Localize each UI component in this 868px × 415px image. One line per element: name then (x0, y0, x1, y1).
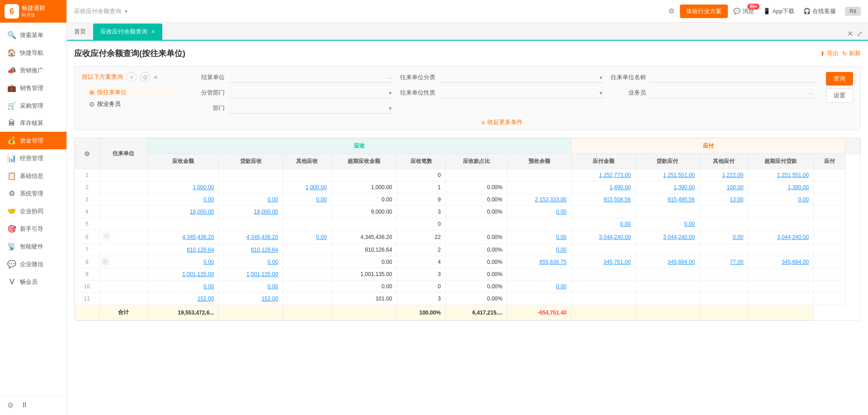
sidebar-item-sales[interactable]: 💼 销售管理 (0, 79, 66, 97)
table-cell[interactable]: 1,000.00 (147, 181, 218, 194)
table-cell[interactable]: 2,153,333.00 (507, 194, 571, 206)
table-cell[interactable]: 1,490.00 (571, 181, 636, 194)
table-cell[interactable]: 1,252,773.00 (571, 169, 636, 181)
refresh-button[interactable]: ↻ 刷新 (842, 49, 861, 57)
window-close-icon[interactable]: ✕ (847, 29, 853, 38)
table-cell[interactable]: 100.00 (699, 181, 748, 194)
sidebar-item-enterprise[interactable]: 🤝 企业协同 (0, 202, 66, 220)
footer-ar-amount[interactable]: 19,553,472,6... (147, 305, 218, 320)
table-cell[interactable]: 0.00 (507, 206, 571, 218)
table-cell[interactable]: 3,044,240.00 (636, 230, 700, 244)
table-cell[interactable]: 0.00 (147, 194, 218, 206)
table-cell[interactable]: 4,345,436.20 (219, 230, 283, 244)
scheme-add-btn[interactable]: + (127, 72, 137, 82)
sidebar-item-capital[interactable]: 💰 资金管理 (0, 132, 66, 149)
topbar-gear-icon[interactable]: ⚙ (668, 7, 675, 15)
app-download-btn[interactable]: 📱 App下载 (763, 7, 794, 15)
table-cell[interactable]: 810,126.64 (219, 244, 283, 256)
scheme-option-by-staff[interactable]: ⊙ 按业务员 (85, 99, 181, 109)
table-cell[interactable]: 915,495.56 (636, 194, 700, 206)
sidebar-item-marketing[interactable]: 📣 营销推广 (0, 62, 66, 79)
sidebar-collapse-btn[interactable]: ⏸ (21, 401, 28, 410)
notification-btn[interactable]: 💬 消息 99+ (733, 7, 754, 15)
sidebar-item-inventory[interactable]: 🏛 库存核算 (0, 114, 66, 132)
tab-close-icon[interactable]: ✕ (151, 29, 155, 35)
partner-category-select[interactable] (439, 72, 604, 83)
topbar-dropdown-icon[interactable]: ▾ (125, 8, 127, 14)
table-cell[interactable]: 3,044,240.00 (748, 230, 814, 244)
sidebar-settings-btn[interactable]: ⚙ (7, 401, 14, 410)
partner-name-input[interactable] (650, 72, 815, 83)
table-cell[interactable]: 13.00 (699, 194, 748, 206)
table-cell[interactable]: 0.00 (219, 281, 283, 293)
table-cell[interactable]: 0.00 (699, 230, 748, 244)
table-cell[interactable]: 1,001,135.00 (219, 268, 283, 281)
window-expand-icon[interactable]: ⤢ (857, 29, 863, 38)
table-cell[interactable]: 152.00 (219, 293, 283, 305)
table-cell[interactable]: 1,000.00 (283, 181, 331, 194)
table-cell[interactable]: 345,761.00 (571, 256, 636, 268)
promo-button[interactable]: 体验行业方案 (680, 5, 728, 18)
salesperson-dots[interactable]: ··· (808, 90, 813, 96)
table-cell[interactable]: 0.00 (571, 218, 636, 230)
user-menu[interactable]: Rit (845, 7, 861, 16)
sidebar-item-guide[interactable]: 🎯 新手引导 (0, 220, 66, 238)
table-cell[interactable]: 1,222.00 (699, 169, 748, 181)
table-cell[interactable]: 152.00 (147, 293, 218, 305)
table-cell[interactable]: 345,684.00 (748, 256, 814, 268)
collapse-filter-btn[interactable]: ∧ 收起更多条件 (481, 118, 523, 126)
online-service-btn[interactable]: 🎧 在线客服 (803, 7, 836, 15)
tab-home[interactable]: 首页 (67, 24, 93, 40)
table-cell[interactable]: 0.00 (219, 194, 283, 206)
table-cell[interactable]: 810,126.64 (147, 244, 218, 256)
table-cell[interactable]: 0.00 (507, 230, 571, 244)
sidebar-item-smart-hw[interactable]: 📡 智能硬件 (0, 238, 66, 255)
sidebar-item-member[interactable]: Ⅴ 畅会员 (0, 273, 66, 291)
table-cell[interactable]: 0.00 (507, 244, 571, 256)
table-cell[interactable]: 1,390.00 (636, 181, 700, 194)
table-cell[interactable]: 655,636.75 (507, 256, 571, 268)
sidebar-item-search-menu[interactable]: 🔍 搜索菜单 (0, 26, 66, 44)
table-cell[interactable]: 0.00 (219, 256, 283, 268)
scheme-collapse-btn[interactable]: « (154, 73, 158, 81)
sidebar-item-purchase[interactable]: 🛒 采购管理 (0, 97, 66, 114)
export-button[interactable]: ⬆ 导出 (820, 49, 839, 57)
table-cell[interactable]: 345,684.00 (636, 256, 700, 268)
table-cell[interactable]: 3,044,240.00 (571, 230, 636, 244)
table-cell[interactable]: 0.00 (147, 281, 218, 293)
table-settings-icon[interactable]: ⚙ (84, 150, 90, 157)
partner-nature-select[interactable] (439, 87, 604, 98)
query-button[interactable]: 查询 (826, 72, 853, 86)
sidebar-item-operations[interactable]: 📊 经营管理 (0, 149, 66, 167)
table-cell[interactable]: 1,251,551.00 (748, 169, 814, 181)
table-cell[interactable]: 0.00 (748, 194, 814, 206)
sidebar-item-wechat[interactable]: 💬 企业微信 (0, 255, 66, 273)
dept-select[interactable] (228, 103, 394, 114)
footer-ar-prepay[interactable]: 6,417,215.... (445, 305, 507, 320)
table-cell[interactable]: 18,000.00 (219, 206, 283, 218)
table-cell[interactable]: 0.00 (147, 256, 218, 268)
table-cell[interactable]: 0.00 (283, 230, 331, 244)
table-cell[interactable]: 1,001,135.00 (147, 268, 218, 281)
scheme-settings-btn[interactable]: ⊙ (140, 72, 150, 82)
col-settings-header[interactable]: ⚙ (75, 138, 99, 169)
dept-managed-select[interactable] (228, 87, 394, 98)
table-cell[interactable]: 18,000.00 (147, 206, 218, 218)
table-cell[interactable]: 0.00 (283, 194, 331, 206)
table-cell[interactable]: 0.00 (636, 218, 700, 230)
table-cell[interactable]: 4,345,436.20 (147, 230, 218, 244)
scheme-option-by-vendor[interactable]: ⊕ 按往来单位 (85, 87, 181, 97)
sidebar-item-quick-nav[interactable]: 🏠 快捷导航 (0, 44, 66, 62)
sidebar-item-basic-info[interactable]: 📋 基础信息 (0, 167, 66, 185)
table-cell[interactable]: 1,251,551.00 (636, 169, 700, 181)
table-cell[interactable]: 1,390.00 (748, 181, 814, 194)
sidebar-item-sys-mgmt[interactable]: ⚙ 系统管理 (0, 185, 66, 202)
table-cell[interactable]: 77.00 (699, 256, 748, 268)
settlement-unit-dots[interactable]: ··· (387, 74, 392, 81)
settlement-unit-input[interactable] (228, 72, 394, 83)
table-cell[interactable]: 915,508.56 (571, 194, 636, 206)
salesperson-input[interactable] (650, 87, 815, 98)
settings-button[interactable]: 设置 (826, 88, 853, 103)
table-cell[interactable]: 0.00 (507, 281, 571, 293)
tab-ar-ap-query[interactable]: 应收应付余额查询 ✕ (93, 24, 162, 40)
